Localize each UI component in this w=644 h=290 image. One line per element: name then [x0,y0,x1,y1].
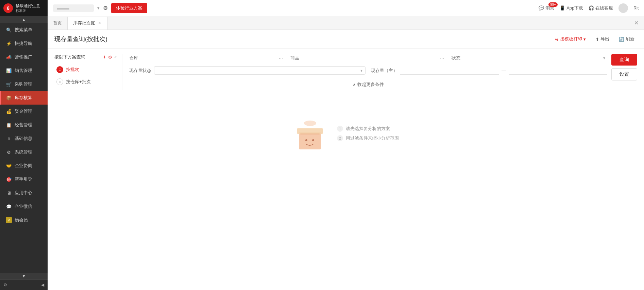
sidebar-member-label: 畅会员 [15,217,28,223]
sidebar-collapse-btn[interactable]: ◀ [41,283,44,287]
sidebar-scroll-up[interactable]: ▲ [0,16,48,23]
scheme-settings-icon[interactable]: ⚙ [108,55,112,60]
sidebar-item-search[interactable]: 🔍 搜索菜单 [0,23,48,37]
product-field: 商品 ··· [290,54,446,62]
system-icon: ⚙ [6,149,12,155]
filter-form: 仓库 ··· 商品 ··· [122,54,637,90]
export-icon: ⬆ [595,37,599,42]
warehouse-batch-option-icon: ○ [56,78,63,85]
sidebar-inventory-label: 库存核算 [15,95,32,101]
action-buttons: 查询 设置 [611,54,637,80]
topbar-search-display: ▬▬▬ [53,4,94,12]
enterprise-icon: 🤝 [6,163,12,169]
purchase-icon: 🛒 [6,81,12,87]
user-avatar[interactable] [618,3,628,13]
sidebar-item-operations[interactable]: 📋 经营管理 [0,118,48,132]
collapse-more-btn[interactable]: ∧ 收起更多条件 [129,79,607,90]
content-area: 现存量查询(按批次) 🖨 按模板打印 ▾ ⬆ 导出 🔄 刷新 [48,30,644,290]
print-dropdown-icon: ▾ [583,37,586,42]
sidebar-item-sales[interactable]: 📊 销售管理 [0,64,48,77]
online-service-btn[interactable]: 🎧 在线客服 [589,5,613,11]
tab-panel-close-btn[interactable]: ✕ [629,16,644,30]
scheme-option-batch[interactable]: ⊙ 按批次 [54,64,117,76]
sidebar-item-marketing[interactable]: 📣 营销推广 [0,50,48,64]
sidebar-marketing-label: 营销推广 [15,54,32,60]
topbar: ▬▬▬ ▾ ⚙ 体验行业方案 💬 消息 99+ 📱 App下载 🎧 在线客服 R… [48,0,644,16]
inventory-status-label: 现存量状态 [129,68,151,74]
sidebar-item-system[interactable]: ⚙ 系统管理 [0,145,48,159]
sidebar-item-inventory[interactable]: 📦 库存核算 [0,91,48,105]
sidebar-item-enterprise[interactable]: 🤝 企业协同 [0,159,48,173]
filter-row-1: 仓库 ··· 商品 ··· [129,54,607,62]
topbar-dropdown-icon[interactable]: ▾ [97,5,100,11]
app-title: 畅康通好生意 [16,3,40,9]
inventory-status-select[interactable] [157,68,360,73]
sidebar-item-basic-info[interactable]: ℹ 基础信息 [0,132,48,145]
print-btn[interactable]: 🖨 按模板打印 ▾ [552,35,589,43]
product-dots[interactable]: ··· [438,55,446,61]
sidebar-item-quick-nav[interactable]: ⚡ 快捷导航 [0,37,48,50]
refresh-btn[interactable]: 🔄 刷新 [616,35,637,43]
scheme-title-text: 按以下方案查询 [54,54,85,60]
warehouse-input[interactable] [146,54,277,62]
sidebar-item-weixin[interactable]: 💬 企业微信 [0,200,48,213]
inventory-qty-min-input[interactable] [400,67,499,75]
empty-state: 1 请先选择要分析的方案 2 用过滤条件来缩小分析范围 [48,96,644,171]
operations-icon: 📋 [6,122,12,128]
svg-rect-2 [300,133,320,134]
app-subtitle: 标准版 [16,8,40,13]
collapse-more-label: 收起更多条件 [357,81,384,88]
empty-state-inner: 1 请先选择要分析的方案 2 用过滤条件来缩小分析范围 [293,116,399,150]
sidebar-item-purchase[interactable]: 🛒 采购管理 [0,77,48,91]
sidebar-operations-label: 经营管理 [15,122,32,128]
status-dropdown-icon[interactable]: ▾ [601,56,607,60]
page-actions: 🖨 按模板打印 ▾ ⬆ 导出 🔄 刷新 [552,35,637,43]
export-btn[interactable]: ⬆ 导出 [593,35,612,43]
sidebar-scroll-down[interactable]: ▼ [0,273,48,279]
topbar-gear-icon[interactable]: ⚙ [103,5,108,11]
sidebar-finance-label: 资金管理 [15,108,32,114]
sidebar-item-onboarding[interactable]: 🎯 新手引导 [0,173,48,186]
scheme-collapse-icon[interactable]: « [114,55,117,59]
settings-button[interactable]: 设置 [611,68,637,80]
sidebar-enterprise-label: 企业协同 [15,163,32,169]
refresh-label: 刷新 [626,36,634,42]
sidebar-footer: ⚙ ◀ [0,279,48,290]
hint-num-1: 1 [337,126,343,132]
filter-title-actions: + ⚙ « [103,54,117,60]
app-download-btn[interactable]: 📱 App下载 [560,5,583,11]
phone-icon: 📱 [560,5,565,11]
batch-option-label: 按批次 [66,67,79,73]
status-input[interactable] [468,54,601,62]
search-icon: 🔍 [6,27,12,33]
finance-icon: 💰 [6,108,12,114]
tab-inventory-batch[interactable]: 库存批次账 × [68,17,108,30]
add-scheme-icon[interactable]: + [103,54,106,60]
sidebar: 6 畅康通好生意 标准版 ▲ 🔍 搜索菜单 ⚡ 快捷导航 📣 营销推广 📊 销售… [0,0,48,290]
sidebar-item-member[interactable]: V 畅会员 [0,213,48,227]
tab-close-icon[interactable]: × [97,21,102,25]
scheme-option-warehouse-batch[interactable]: ○ 按仓库+批次 [54,76,117,88]
inventory-qty-field: 现存量（主） — [371,67,607,75]
tab-home[interactable]: 首页 [48,17,68,30]
page-header: 现存量查询(按批次) 🖨 按模板打印 ▾ ⬆ 导出 🔄 刷新 [48,30,644,49]
sidebar-item-app-center[interactable]: 🖥 应用中心 [0,186,48,200]
sidebar-nav: 🔍 搜索菜单 ⚡ 快捷导航 📣 营销推广 📊 销售管理 🛒 采购管理 📦 库存核… [0,23,48,273]
basic-info-icon: ℹ [6,135,12,142]
sidebar-item-finance[interactable]: 💰 资金管理 [0,105,48,118]
main-area: ▬▬▬ ▾ ⚙ 体验行业方案 💬 消息 99+ 📱 App下载 🎧 在线客服 R… [48,0,644,290]
warehouse-dots[interactable]: ··· [277,55,285,61]
collapse-footer-icon: ◀ [41,283,44,287]
user-name: Rit [633,6,639,11]
query-button[interactable]: 查询 [611,54,637,66]
sidebar-settings-btn[interactable]: ⚙ [3,283,7,287]
trial-btn[interactable]: 体验行业方案 [111,3,147,13]
warehouse-label: 仓库 [129,55,143,61]
messages-btn[interactable]: 💬 消息 99+ [539,5,554,11]
inventory-qty-max-input[interactable] [509,67,607,75]
svg-point-4 [312,139,314,141]
tab-home-label: 首页 [53,20,62,26]
inventory-status-select-wrapper: ▾ [154,66,366,75]
product-input[interactable] [307,54,438,62]
sidebar-search-label: 搜索菜单 [15,27,32,33]
